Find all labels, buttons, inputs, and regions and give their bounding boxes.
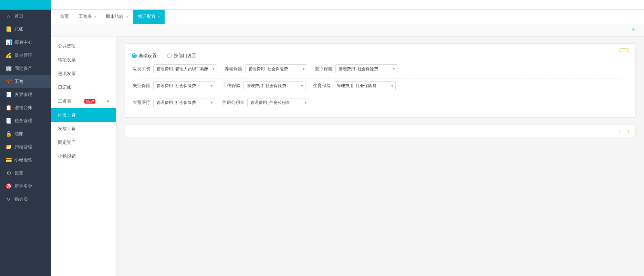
select-wrapper-1-1: 管理费用_社会保险费: [243, 81, 305, 90]
content-area: 公共选项销项发票进项发票日记账工资表NEW▾计提工资发放工资固定资产小畅报销 基…: [51, 36, 644, 276]
radio-option-dept[interactable]: 按部门设置: [167, 53, 196, 59]
debit-section: 基础设置按部门设置 应发工资 管理费用_管理人员职工薪酬 养老保险 管理费用_社…: [125, 43, 636, 118]
sidebar-item-invoice-mgmt[interactable]: 🧾发票管理: [0, 88, 51, 101]
left-menu-label-pay-salary: 发放工资: [58, 126, 76, 132]
purchase-sales-icon: 📋: [6, 105, 12, 111]
main-area: 首页工资表×期末结转×凭证配置× ↻ 公共选项销项发票进项发票日记账工资表NEW…: [51, 0, 644, 276]
tab-label-period-closing: 期末结转: [106, 13, 124, 20]
radio-option-basic[interactable]: 基础设置: [132, 53, 157, 59]
debit-section-top: [125, 44, 635, 53]
form-label-1-0: 失业保险: [132, 83, 150, 89]
left-menu-item-journal[interactable]: 日记账: [51, 81, 116, 94]
form-field-0-0: 应发工资 管理费用_管理人员职工薪酬: [132, 64, 217, 73]
guide-icon: 🎯: [6, 183, 12, 189]
sidebar-item-member[interactable]: V畅会员: [0, 193, 51, 206]
right-panel: 基础设置按部门设置 应发工资 管理费用_管理人员职工薪酬 养老保险 管理费用_社…: [116, 36, 644, 276]
invoice-mgmt-icon: 🧾: [6, 92, 12, 98]
sidebar-label-funds: 资金管理: [14, 52, 32, 59]
select-wrapper-2-0: 管理费用_社会保险费: [153, 98, 215, 107]
credit-auto-match-button[interactable]: [620, 130, 629, 133]
left-menu-item-purchase-invoice[interactable]: 进项发票: [51, 67, 116, 81]
arrow-salary-table: ▾: [107, 99, 109, 104]
radio-circle-basic: [132, 53, 137, 58]
left-menu-item-fixed-assets-sub[interactable]: 固定资产: [51, 136, 116, 149]
left-menu-item-xiaochang-expense-sub[interactable]: 小畅报销: [51, 149, 116, 163]
sidebar-item-funds[interactable]: 💰资金管理: [0, 49, 51, 62]
form-field-1-2: 生育保险 管理费用_社会保险费: [312, 81, 396, 90]
tab-label-voucher-config: 凭证配置: [138, 13, 156, 20]
left-menu-label-salary-table: 工资表: [58, 98, 71, 104]
left-menu-label-xiaochang-expense-sub: 小畅报销: [58, 153, 76, 159]
select-wrapper-2-1: 管理费用_住房公积金: [247, 98, 309, 107]
form-field-1-0: 失业保险 管理费用_社会保险费: [132, 81, 215, 90]
left-menu: 公共选项销项发票进项发票日记账工资表NEW▾计提工资发放工资固定资产小畅报销: [51, 36, 116, 276]
tab-close-period-closing[interactable]: ×: [126, 14, 128, 19]
sidebar-item-fixed-assets[interactable]: 🏢固定资产: [0, 62, 51, 75]
form-field-1-1: 工伤保险 管理费用_社会保险费: [222, 81, 305, 90]
tab-label-salary-table: 工资表: [79, 13, 92, 20]
sidebar-item-purchase-sales[interactable]: 📋进销台账: [0, 101, 51, 114]
xiaochang-expense-icon: 💳: [6, 157, 12, 163]
left-menu-label-accrual-salary: 计提工资: [58, 112, 76, 118]
tab-period-closing[interactable]: 期末结转×: [101, 10, 133, 24]
form-select-1-0[interactable]: 管理费用_社会保险费: [153, 81, 215, 90]
form-field-2-0: 大额医疗 管理费用_社会保险费: [132, 98, 215, 107]
tab-salary-table[interactable]: 工资表×: [74, 10, 101, 24]
form-select-1-2[interactable]: 管理费用_社会保险费: [334, 81, 396, 90]
form-label-2-0: 大额医疗: [132, 99, 150, 106]
sidebar: ⌂首页📒总账📊报表中心💰资金管理🏢固定资产💼工资🧾发票管理📋进销台账📑税务管理🔒…: [0, 0, 51, 276]
form-select-0-1[interactable]: 管理费用_社会保险费: [245, 64, 307, 73]
sidebar-item-archive-mgmt[interactable]: 📁归档管理: [0, 140, 51, 153]
sidebar-item-guide[interactable]: 🎯新手引导: [0, 180, 51, 193]
sidebar-item-home[interactable]: ⌂首页: [0, 10, 51, 23]
sidebar-item-xiaochang-expense[interactable]: 💳小畅报销: [0, 153, 51, 167]
refresh-button[interactable]: ↻: [632, 28, 637, 33]
sidebar-label-xiaochang-expense: 小畅报销: [14, 157, 32, 163]
sidebar-label-general-ledger: 总账: [14, 26, 23, 32]
form-row-2: 大额医疗 管理费用_社会保险费 住房公积金 管理费用_住房公积金: [132, 98, 629, 107]
home-icon: ⌂: [6, 13, 12, 19]
sidebar-item-reports[interactable]: 📊报表中心: [0, 36, 51, 49]
form-label-1-1: 工伤保险: [222, 83, 241, 89]
credit-section-top: [125, 125, 635, 133]
radio-label-dept: 按部门设置: [174, 53, 196, 59]
form-select-0-0[interactable]: 管理费用_管理人员职工薪酬: [153, 64, 217, 73]
sidebar-label-closing: 结账: [14, 131, 23, 137]
left-menu-label-public-options: 公共选项: [58, 43, 76, 49]
left-menu-label-fixed-assets-sub: 固定资产: [58, 139, 76, 146]
tab-home[interactable]: 首页: [55, 10, 74, 24]
refresh-icon: ↻: [632, 28, 636, 33]
tab-voucher-config[interactable]: 凭证配置×: [133, 10, 165, 24]
sidebar-label-member: 畅会员: [14, 196, 28, 202]
sidebar-item-settings[interactable]: ⚙设置: [0, 167, 51, 180]
tab-close-salary-table[interactable]: ×: [94, 14, 96, 19]
form-select-1-1[interactable]: 管理费用_社会保险费: [243, 81, 305, 90]
debit-form-rows: 应发工资 管理费用_管理人员职工薪酬 养老保险 管理费用_社会保险费 医疗保险 …: [125, 64, 635, 117]
divider-0: [139, 78, 622, 78]
left-menu-item-pay-salary[interactable]: 发放工资: [51, 122, 116, 136]
form-select-0-2[interactable]: 管理费用_社会保险费: [335, 64, 397, 73]
form-field-0-1: 养老保险 管理费用_社会保险费: [224, 64, 307, 73]
form-select-2-1[interactable]: 管理费用_住房公积金: [247, 98, 309, 107]
left-menu-item-sales-invoice[interactable]: 销项发票: [51, 53, 116, 67]
form-label-2-1: 住房公积金: [222, 99, 245, 106]
form-select-2-0[interactable]: 管理费用_社会保险费: [153, 98, 215, 107]
payroll-icon: 💼: [6, 78, 12, 85]
left-menu-item-salary-table[interactable]: 工资表NEW▾: [51, 94, 116, 108]
tab-close-voucher-config[interactable]: ×: [158, 14, 160, 19]
left-menu-item-accrual-salary[interactable]: 计提工资: [51, 108, 116, 122]
page-header: ↻: [51, 24, 644, 36]
sidebar-item-payroll[interactable]: 💼工资: [0, 75, 51, 88]
form-label-0-0: 应发工资: [132, 66, 150, 72]
form-field-0-2: 医疗保险 管理费用_社会保险费: [314, 64, 397, 73]
left-menu-label-sales-invoice: 销项发票: [58, 57, 76, 63]
sidebar-label-invoice-mgmt: 发票管理: [14, 92, 32, 98]
left-menu-item-public-options[interactable]: 公共选项: [51, 39, 116, 53]
sidebar-item-closing[interactable]: 🔒结账: [0, 127, 51, 140]
tab-label-home: 首页: [60, 13, 69, 20]
sidebar-label-archive-mgmt: 归档管理: [14, 144, 32, 150]
sidebar-item-general-ledger[interactable]: 📒总账: [0, 23, 51, 36]
left-menu-label-journal: 日记账: [58, 84, 71, 91]
sidebar-item-tax-mgmt[interactable]: 📑税务管理: [0, 114, 51, 127]
debit-auto-match-button[interactable]: [620, 49, 629, 52]
